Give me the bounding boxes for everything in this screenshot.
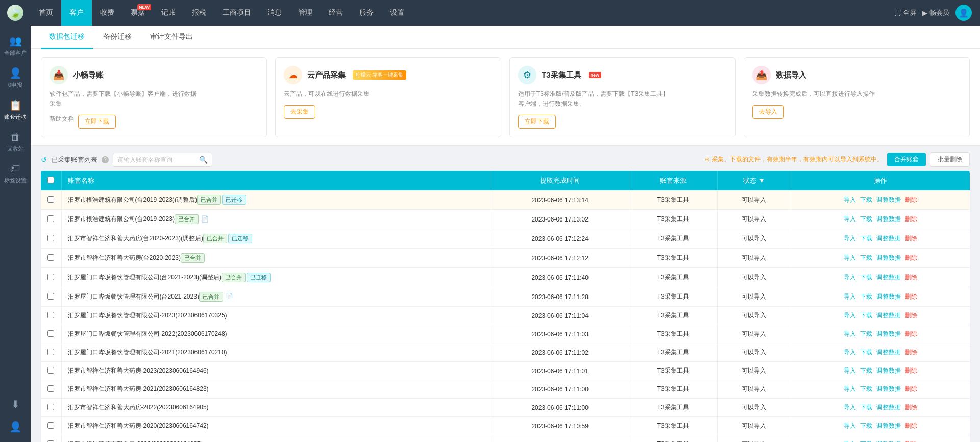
action-删除[interactable]: 删除	[905, 385, 917, 392]
action-删除[interactable]: 删除	[905, 312, 917, 319]
action-删除[interactable]: 删除	[905, 404, 917, 411]
action-调整数据[interactable]: 调整数据	[876, 404, 901, 411]
tab-audit-export[interactable]: 审计文件导出	[142, 26, 201, 49]
tab-data-migration[interactable]: 数据包迁移	[41, 26, 93, 49]
row-checkbox[interactable]	[47, 293, 54, 300]
action-导入[interactable]: 导入	[844, 330, 856, 337]
action-下载[interactable]: 下载	[860, 349, 872, 356]
action-导入[interactable]: 导入	[844, 196, 856, 203]
nav-message[interactable]: 消息	[259, 0, 290, 26]
action-下载[interactable]: 下载	[860, 330, 872, 337]
action-删除[interactable]: 删除	[905, 349, 917, 356]
action-导入[interactable]: 导入	[844, 215, 856, 223]
sidebar-item-tag-settings[interactable]: 🏷 标签设置	[0, 158, 31, 189]
fullscreen-btn[interactable]: ⛶ 全屏	[894, 8, 916, 17]
sidebar-item-zero-report[interactable]: 👤 0申报	[0, 62, 31, 94]
member-btn[interactable]: ▶ 畅会员	[922, 8, 949, 17]
nav-client[interactable]: 客户	[61, 0, 92, 26]
col-status[interactable]: 状态 ▼	[717, 171, 791, 190]
action-删除[interactable]: 删除	[905, 235, 917, 242]
nav-service[interactable]: 服务	[351, 0, 382, 26]
sidebar-item-all-clients[interactable]: 👥 全部客户	[0, 30, 31, 62]
nav-tax[interactable]: 报税	[184, 0, 214, 26]
action-导入[interactable]: 导入	[844, 385, 856, 392]
row-checkbox[interactable]	[47, 274, 54, 280]
help-doc-link[interactable]: 帮助文档	[50, 115, 74, 129]
action-删除[interactable]: 删除	[905, 330, 917, 337]
download-now-btn[interactable]: 立即下载	[78, 115, 116, 129]
select-all-checkbox[interactable]	[47, 177, 54, 183]
action-下载[interactable]: 下载	[860, 367, 872, 374]
nav-operation[interactable]: 经营	[321, 0, 351, 26]
nav-home[interactable]: 首页	[31, 0, 61, 26]
go-import-btn[interactable]: 去导入	[752, 105, 784, 119]
go-collect-btn[interactable]: 去采集	[284, 105, 315, 119]
action-调整数据[interactable]: 调整数据	[876, 367, 901, 374]
action-调整数据[interactable]: 调整数据	[876, 312, 901, 319]
action-下载[interactable]: 下载	[860, 293, 872, 300]
action-删除[interactable]: 删除	[905, 254, 917, 261]
sidebar-item-user[interactable]: 👤	[0, 415, 31, 438]
action-下载[interactable]: 下载	[860, 254, 872, 261]
download-t3-btn[interactable]: 立即下载	[518, 115, 556, 129]
action-导入[interactable]: 导入	[844, 404, 856, 411]
action-删除[interactable]: 删除	[905, 422, 917, 429]
action-导入[interactable]: 导入	[844, 349, 856, 356]
action-导入[interactable]: 导入	[844, 312, 856, 319]
action-下载[interactable]: 下载	[860, 422, 872, 429]
action-调整数据[interactable]: 调整数据	[876, 330, 901, 337]
row-checkbox[interactable]	[47, 254, 54, 261]
row-checkbox[interactable]	[47, 330, 54, 337]
row-checkbox[interactable]	[47, 422, 54, 429]
action-下载[interactable]: 下载	[860, 385, 872, 392]
action-删除[interactable]: 删除	[905, 293, 917, 300]
row-checkbox[interactable]	[47, 196, 54, 203]
action-下载[interactable]: 下载	[860, 215, 872, 223]
sidebar-item-account-migration[interactable]: 📋 账套迁移	[0, 94, 31, 126]
action-导入[interactable]: 导入	[844, 235, 856, 242]
sidebar-item-download[interactable]: ⬇	[0, 393, 31, 415]
nav-settings[interactable]: 设置	[382, 0, 412, 26]
row-checkbox[interactable]	[47, 312, 54, 318]
nav-business[interactable]: 工商项目	[214, 0, 259, 26]
action-调整数据[interactable]: 调整数据	[876, 274, 901, 281]
row-checkbox[interactable]	[47, 367, 54, 374]
batch-delete-btn[interactable]: 批量删除	[930, 152, 970, 167]
action-调整数据[interactable]: 调整数据	[876, 385, 901, 392]
action-导入[interactable]: 导入	[844, 422, 856, 429]
action-下载[interactable]: 下载	[860, 196, 872, 203]
avatar[interactable]: 👤	[955, 5, 972, 21]
action-删除[interactable]: 删除	[905, 367, 917, 374]
refresh-icon[interactable]: ↺	[41, 156, 47, 164]
action-调整数据[interactable]: 调整数据	[876, 349, 901, 356]
help-icon[interactable]: ?	[102, 156, 109, 163]
nav-manage[interactable]: 管理	[290, 0, 321, 26]
action-调整数据[interactable]: 调整数据	[876, 235, 901, 242]
action-下载[interactable]: 下载	[860, 235, 872, 242]
action-导入[interactable]: 导入	[844, 293, 856, 300]
row-checkbox[interactable]	[47, 235, 54, 241]
merge-accounts-btn[interactable]: 合并账套	[887, 153, 926, 166]
nav-invoice[interactable]: 票据 NEW	[122, 0, 153, 26]
action-导入[interactable]: 导入	[844, 274, 856, 281]
action-删除[interactable]: 删除	[905, 215, 917, 223]
action-调整数据[interactable]: 调整数据	[876, 293, 901, 300]
action-调整数据[interactable]: 调整数据	[876, 215, 901, 223]
search-button[interactable]: 🔍	[199, 156, 208, 164]
search-input[interactable]	[117, 156, 199, 163]
row-checkbox[interactable]	[47, 215, 54, 222]
action-调整数据[interactable]: 调整数据	[876, 422, 901, 429]
action-下载[interactable]: 下载	[860, 312, 872, 319]
nav-billing[interactable]: 收费	[92, 0, 122, 26]
action-调整数据[interactable]: 调整数据	[876, 196, 901, 203]
action-下载[interactable]: 下载	[860, 404, 872, 411]
action-调整数据[interactable]: 调整数据	[876, 254, 901, 261]
action-删除[interactable]: 删除	[905, 196, 917, 203]
action-导入[interactable]: 导入	[844, 254, 856, 261]
row-checkbox[interactable]	[47, 385, 54, 392]
tab-backup-migration[interactable]: 备份迁移	[95, 26, 140, 49]
action-删除[interactable]: 删除	[905, 274, 917, 281]
row-checkbox[interactable]	[47, 349, 54, 355]
row-checkbox[interactable]	[47, 404, 54, 410]
sidebar-item-recycle[interactable]: 🗑 回收站	[0, 126, 31, 158]
